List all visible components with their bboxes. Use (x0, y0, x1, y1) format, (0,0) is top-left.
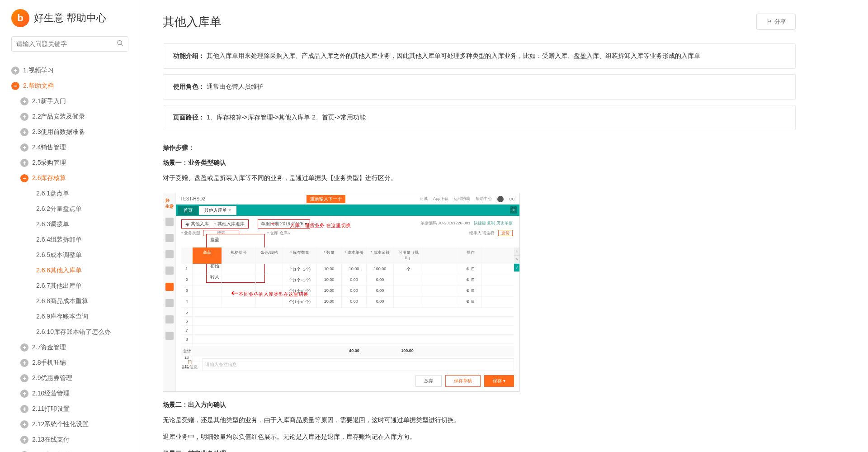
nav-item-video[interactable]: +1.视频学习 (11, 63, 128, 78)
close-icon: × (510, 206, 517, 214)
table-row: 5 (181, 308, 514, 317)
ss-header-btn: 重新输入下一个 (307, 195, 345, 203)
nav-subsub-current[interactable]: 2.6.6其他入库单 (11, 263, 128, 278)
tool-icon: ☆ (514, 247, 519, 256)
nav-sub[interactable]: +2.9优惠券管理 (11, 371, 128, 386)
table-row: 8 (181, 335, 514, 344)
scenario-2-text2: 退库业务中，明细数量均以负值红色展示。无论是入库还是退库，库存账均记在入库方向。 (163, 431, 796, 442)
ss-logo-icon: 好生意 (165, 198, 174, 209)
ss-radio2: ○ 其他入库退库 (213, 221, 245, 227)
ss-dd-item: 盘盈 (207, 234, 264, 245)
info-intro: 功能介绍： 其他入库单用来处理除采购入库、产成品入库之外的其他入库业务，因此其他… (163, 43, 796, 69)
plus-icon: + (20, 343, 28, 352)
remark-input: 请输入备注信息 (202, 358, 514, 371)
tool-icon: ⤢ (514, 264, 519, 272)
page-title: 其他入库单 (163, 14, 222, 30)
plus-icon: + (20, 113, 28, 121)
svg-line-1 (121, 44, 123, 46)
nav-sub-inventory[interactable]: −2.6库存核算 (11, 171, 128, 186)
nav-subsub[interactable]: 2.6.1盘点单 (11, 186, 128, 201)
nav-subsub[interactable]: 2.6.5成本调整单 (11, 247, 128, 263)
plus-icon: + (11, 67, 19, 75)
scenario-1-title: 场景一：业务类型确认 (163, 159, 796, 167)
ss-nav-icon (165, 299, 174, 307)
ss-nav-icon (165, 283, 174, 291)
nav-sub[interactable]: +2.1新手入门 (11, 94, 128, 109)
minus-icon: − (20, 174, 28, 182)
app-title: 好生意 帮助中心 (34, 11, 106, 25)
info-text: 1、库存核算->库存管理->其他入库单 2、首页->常用功能 (207, 114, 366, 121)
table-row: 1个(1个=1个)10.0010.00100.00个⊕ ⊟ (181, 264, 514, 275)
plus-icon: + (20, 143, 28, 152)
ss-nav-icon (165, 266, 174, 275)
ss-remark: 📋备注信息 请输入备注信息 (181, 358, 514, 371)
scenario-3-title: 场景三：其它业务处理 (163, 450, 796, 452)
ss-tab-home: 首页 (178, 206, 198, 215)
info-role: 使用角色： 通常由仓管人员维护 (163, 74, 796, 100)
minus-icon: − (11, 82, 19, 90)
nav-sub[interactable]: +2.14常见问题 (11, 447, 128, 452)
table-row: 3个(1个=1个)10.000.000.00⊕ ⊟ (181, 286, 514, 297)
sidebar: b 好生意 帮助中心 +1.视频学习 −2.帮助文档 +2.1新手入门 +2.2… (0, 0, 140, 452)
table-row: 6 (181, 317, 514, 326)
plus-icon: + (20, 390, 28, 398)
plus-icon: + (20, 374, 28, 382)
remark-label: 📋备注信息 (181, 360, 198, 370)
logo-icon: b (11, 9, 29, 27)
info-path: 页面路径： 1、库存核算->库存管理->其他入库单 2、首页->常用功能 (163, 105, 796, 130)
nav-sub[interactable]: +2.8手机旺铺 (11, 355, 128, 371)
nav-subsub[interactable]: 2.6.10库存账本错了怎么办 (11, 324, 128, 340)
info-label: 功能介绍： (173, 52, 205, 59)
ss-nav-icon (165, 332, 174, 340)
plus-icon: + (20, 436, 28, 444)
svg-point-0 (118, 41, 122, 45)
plus-icon: + (20, 128, 28, 136)
search-icon[interactable] (117, 40, 124, 48)
nav-sub[interactable]: +2.4销售管理 (11, 140, 128, 155)
nav-subsub[interactable]: 2.6.9库存账本查询 (11, 309, 128, 324)
share-button[interactable]: 分享 (756, 14, 796, 30)
nav-item-docs[interactable]: −2.帮助文档 (11, 78, 128, 94)
ss-tab-current: 其他入库单 × (199, 206, 236, 215)
nav-subsub[interactable]: 2.6.4组装拆卸单 (11, 232, 128, 247)
table-row: 2个(1个=1个)10.000.000.00⊕ ⊟ (181, 275, 514, 286)
ss-sidebar: 好生意 (163, 193, 176, 391)
ss-nav-icon (165, 218, 174, 226)
nav-subsub[interactable]: 2.6.7其他出库单 (11, 278, 128, 294)
nav-subsub[interactable]: 2.6.8商品成本重算 (11, 294, 128, 309)
search-box (11, 36, 128, 52)
ss-top-right: 商城App下载远程协助帮助中心 CC (420, 196, 515, 202)
steps-heading: 操作步骤： (163, 144, 796, 152)
nav-sub[interactable]: +2.5采购管理 (11, 155, 128, 171)
logo-area: b 好生意 帮助中心 (0, 9, 140, 27)
scenario-2-title: 场景二：出入方向确认 (163, 401, 796, 409)
info-label: 页面路径： (173, 114, 205, 121)
nav-sub[interactable]: +2.12系统个性化设置 (11, 417, 128, 432)
nav-sub[interactable]: +2.13在线支付 (11, 432, 128, 447)
nav-tree: +1.视频学习 −2.帮助文档 +2.1新手入门 +2.2产品安装及登录 +2.… (0, 63, 140, 452)
plus-icon: + (20, 405, 28, 413)
ss-nav-icon (165, 315, 174, 324)
nav-sub[interactable]: +2.3使用前数据准备 (11, 124, 128, 140)
ss-radio-group: ◉ 其他入库 ○ 其他入库退库 (181, 219, 249, 228)
nav-sub[interactable]: +2.2产品安装及登录 (11, 109, 128, 124)
nav-sub[interactable]: +2.7资金管理 (11, 340, 128, 355)
search-input[interactable] (11, 36, 128, 52)
nav-sub[interactable]: +2.10经营管理 (11, 386, 128, 401)
embedded-screenshot: 好生意 TEST-HSD2 重新输入下一个 商城App下载远程协助帮助中心 (163, 193, 520, 392)
nav-subsub[interactable]: 2.6.2分量盘点单 (11, 201, 128, 217)
content-area: 操作步骤： 场景一：业务类型确认 对于受赠、盘盈或是拆装入库等不同的业务，是通过… (163, 144, 796, 452)
nav-subsub[interactable]: 2.6.3调拨单 (11, 217, 128, 232)
ss-ship-btn: 发货 (498, 230, 513, 236)
nav-sub[interactable]: +2.11打印设置 (11, 401, 128, 417)
ss-order-info: 单据编码 JC-20191226-001 快捷键 复制 历史单据 (420, 220, 513, 226)
plus-icon: + (20, 359, 28, 367)
ss-total-row: 合计40.00100.00 (181, 346, 514, 357)
ss-tabs: 首页 其他入库单 × × (176, 205, 519, 216)
avatar-icon (497, 196, 504, 202)
ss-radio1: ◉ 其他入库 (185, 221, 209, 227)
plus-icon: + (20, 420, 28, 428)
share-icon (766, 18, 772, 26)
page-header: 其他入库单 分享 (163, 14, 796, 30)
ss-nav-icon (165, 234, 174, 242)
